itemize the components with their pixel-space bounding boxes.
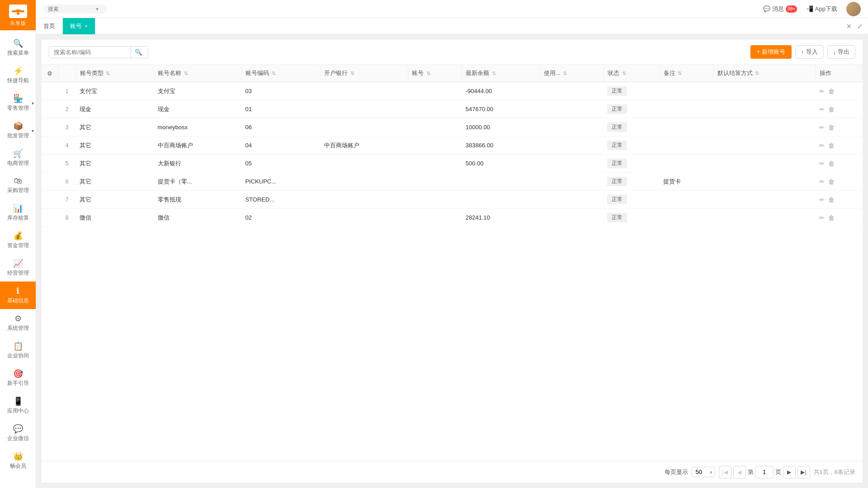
import-button[interactable]: ↑ 导入 <box>795 45 824 59</box>
sidebar-item-ecommerce[interactable]: 🛒 电商管理 <box>0 144 36 172</box>
toolbar: 🔍 + 新增账号 ↑ 导入 ↓ 导出 <box>42 40 863 65</box>
edit-button[interactable]: ✏ <box>819 106 825 113</box>
sidebar-item-operations[interactable]: 📈 经营管理 <box>0 254 36 282</box>
app-download-icon: 📲 <box>806 5 813 12</box>
delete-button[interactable]: 🗑 <box>828 160 835 167</box>
row-account <box>408 209 462 227</box>
col-settings-header[interactable]: ⚙ <box>42 65 58 82</box>
sidebar-item-corp-wechat[interactable]: 💬 企业微信 <box>0 419 36 447</box>
sidebar-item-purchase-label: 采购管理 <box>7 187 29 194</box>
sidebar-item-basic-info[interactable]: ℹ 基础信息 <box>0 282 36 309</box>
logo-area[interactable]: 乐库版 <box>0 0 36 30</box>
search-menu-icon: 🔍 <box>13 38 23 48</box>
page-first-button[interactable]: |◀ <box>719 466 731 479</box>
sidebar-item-purchase[interactable]: 🛍 采购管理 <box>0 172 36 199</box>
page-size-label: 每页显示 <box>665 468 688 476</box>
tab-window-controls: ✕ ⤢ <box>844 22 868 31</box>
maximize-window-button[interactable]: ⤢ <box>855 22 864 31</box>
col-settlement-header[interactable]: 默认结算方式 ⇅ <box>713 65 816 82</box>
page-number-input[interactable] <box>755 466 774 479</box>
delete-button[interactable]: 🗑 <box>828 196 835 203</box>
balance-sort-icon: ⇅ <box>492 70 496 76</box>
sidebar-item-search[interactable]: 🔍 搜索菜单 <box>0 34 36 61</box>
row-settlement <box>713 155 816 173</box>
col-bank-header[interactable]: 开户银行 ⇅ <box>321 65 408 82</box>
edit-button[interactable]: ✏ <box>819 88 825 95</box>
row-settings-cell <box>42 100 58 118</box>
page-size-select-wrap[interactable]: 50 100 <box>692 467 715 477</box>
top-header-left: ▾ <box>43 5 107 14</box>
col-balance-header[interactable]: 最新余额 ⇅ <box>462 65 540 82</box>
sidebar-item-vip-label: 畅会员 <box>10 462 26 470</box>
tab-accounts-close-icon[interactable]: × <box>85 23 88 29</box>
row-balance: 547670.00 <box>462 100 540 118</box>
page-next-button[interactable]: ▶ <box>783 466 796 479</box>
delete-button[interactable]: 🗑 <box>828 142 835 149</box>
status-badge: 正常 <box>607 195 627 204</box>
avatar[interactable] <box>846 2 861 16</box>
sidebar-item-inventory[interactable]: 📊 库存核算 <box>0 199 36 226</box>
sidebar-item-retail[interactable]: 🏪 零售管理 ▾ <box>0 89 36 117</box>
delete-button[interactable]: 🗑 <box>828 88 835 95</box>
delete-button[interactable]: 🗑 <box>828 214 835 221</box>
row-remark <box>660 155 713 173</box>
col-index-header <box>58 65 76 82</box>
sidebar-item-app-center[interactable]: 📱 应用中心 <box>0 392 36 419</box>
sidebar-item-shortcuts[interactable]: ⚡ 快捷导航 <box>0 61 36 89</box>
row-remark <box>660 136 713 155</box>
row-bank <box>321 209 408 227</box>
search-input[interactable] <box>49 47 131 58</box>
col-status-header[interactable]: 状态 ⇅ <box>604 65 660 82</box>
row-actions: ✏ 🗑 <box>816 173 862 191</box>
col-remark-header[interactable]: 备注 ⇅ <box>660 65 713 82</box>
table-row: 2 现金 现金 01 547670.00 正常 ✏ 🗑 <box>42 100 863 118</box>
main-wrapper: ▾ 💬 消息 99+ 📲 App下载 首页 账号 × ✕ ⤢ <box>36 0 868 488</box>
sidebar-item-newbie[interactable]: 🎯 新手引导 <box>0 364 36 392</box>
top-search-input[interactable] <box>48 6 93 12</box>
row-bank <box>321 191 408 209</box>
edit-button[interactable]: ✏ <box>819 124 825 131</box>
delete-button[interactable]: 🗑 <box>828 124 835 131</box>
edit-button[interactable]: ✏ <box>819 142 825 149</box>
app-download-action[interactable]: 📲 App下载 <box>806 5 837 13</box>
message-action[interactable]: 💬 消息 99+ <box>763 5 797 13</box>
page-last-button[interactable]: ▶| <box>797 466 810 479</box>
sidebar-item-finance-label: 资金管理 <box>7 242 29 249</box>
col-usage-header[interactable]: 使用... ⇅ <box>540 65 604 82</box>
edit-button[interactable]: ✏ <box>819 214 825 221</box>
delete-button[interactable]: 🗑 <box>828 106 835 113</box>
col-code-header[interactable]: 账号编码 ⇅ <box>241 65 321 82</box>
col-account-header[interactable]: 账号 ⇅ <box>408 65 462 82</box>
top-search-box[interactable]: ▾ <box>43 5 107 14</box>
sidebar-item-wholesale[interactable]: 📦 批发管理 ▾ <box>0 117 36 144</box>
sidebar-item-system[interactable]: ⚙ 系统管理 <box>0 309 36 337</box>
tab-home[interactable]: 首页 <box>36 18 63 34</box>
sidebar-item-newbie-label: 新手引导 <box>7 380 29 387</box>
page-prev-button[interactable]: ◀ <box>733 466 746 479</box>
sidebar-item-retail-label: 零售管理 <box>7 104 29 112</box>
usage-sort-icon: ⇅ <box>563 70 567 76</box>
table-body: 1 支付宝 支付宝 03 -90444.00 正常 ✏ 🗑 2 现金 现金 01 <box>42 82 863 227</box>
row-index: 2 <box>58 100 76 118</box>
search-box[interactable]: 🔍 <box>49 46 148 58</box>
export-button[interactable]: ↓ 导出 <box>827 45 856 59</box>
top-search-dropdown-icon[interactable]: ▾ <box>96 6 99 12</box>
row-usage <box>540 155 604 173</box>
app-download-label: App下载 <box>815 5 837 13</box>
edit-button[interactable]: ✏ <box>819 196 825 203</box>
edit-button[interactable]: ✏ <box>819 160 825 167</box>
add-account-button[interactable]: + 新增账号 <box>750 45 792 59</box>
status-badge: 正常 <box>607 177 627 186</box>
sidebar-item-corp-agreement[interactable]: 📋 企业协同 <box>0 337 36 364</box>
col-type-header[interactable]: 账号类型 ⇅ <box>76 65 154 82</box>
tab-accounts[interactable]: 账号 × <box>63 18 95 34</box>
edit-button[interactable]: ✏ <box>819 178 825 185</box>
close-window-button[interactable]: ✕ <box>844 22 854 31</box>
sidebar-item-vip[interactable]: 👑 畅会员 <box>0 447 36 474</box>
search-button[interactable]: 🔍 <box>131 47 146 58</box>
delete-button[interactable]: 🗑 <box>828 178 835 185</box>
row-remark: 提货卡 <box>660 173 713 191</box>
sidebar-item-finance[interactable]: 💰 资金管理 <box>0 226 36 254</box>
col-name-header[interactable]: 账号名称 ⇅ <box>154 65 242 82</box>
page-size-select[interactable]: 50 100 <box>692 467 715 477</box>
